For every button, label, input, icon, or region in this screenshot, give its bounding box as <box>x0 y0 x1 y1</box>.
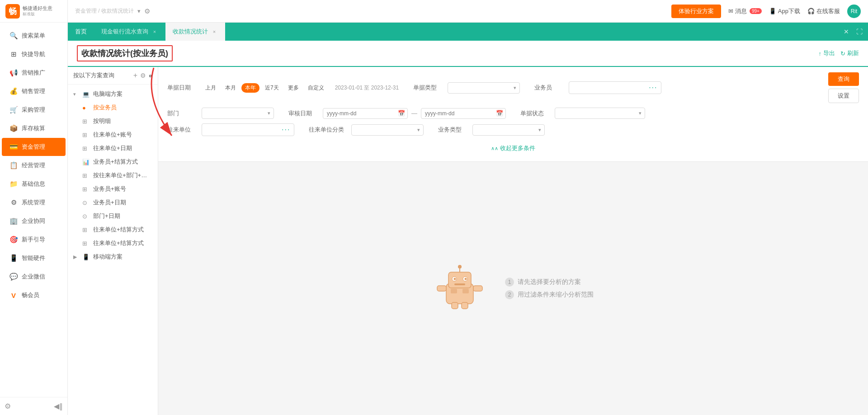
sidebar-item-search[interactable]: 🔍 搜索菜单 <box>2 27 66 45</box>
date-tab-more[interactable]: 更多 <box>284 83 302 93</box>
tree-item-label: 往来单位+日期 <box>93 144 152 152</box>
doc-status-select[interactable] <box>555 108 645 119</box>
basic-icon: 📁 <box>9 179 18 189</box>
tree-item-by-salesman[interactable]: ● 按业务员 <box>77 101 158 114</box>
sidebar-item-purchase[interactable]: 🛒 采购管理 <box>2 101 66 119</box>
sidebar-item-basic[interactable]: 📁 基础信息 <box>2 175 66 193</box>
review-date-end[interactable] <box>421 108 506 119</box>
home-tab-label: 首页 <box>75 28 87 36</box>
tab-receipt[interactable]: 收款情况统计 × <box>165 23 225 41</box>
purchase-icon: 🛒 <box>9 105 18 114</box>
tree-item-partner-dept[interactable]: ⊞ 按往来单位+部门+收... <box>77 169 158 182</box>
tree-item-label: 部门+日期 <box>93 212 152 220</box>
sidebar-item-enterprise[interactable]: 🏢 企业协同 <box>2 212 66 230</box>
sidebar-settings-icon[interactable]: ⚙ <box>5 402 11 410</box>
tab-bank[interactable]: 现金银行流水查询 × <box>94 23 165 41</box>
scheme-header-label: 按以下方案查询 <box>73 71 114 80</box>
collapse-bar[interactable]: ∧∧ 收起更多条件 <box>167 141 859 156</box>
export-btn[interactable]: ↑ 导出 <box>819 49 835 57</box>
topbar-settings-icon[interactable]: ⚙ <box>144 7 150 15</box>
sidebar-item-guide[interactable]: 🎯 新手引导 <box>2 231 66 249</box>
dept-select-wrap <box>202 108 274 119</box>
sidebar-item-marketing[interactable]: 📢 营销推广 <box>2 64 66 82</box>
svg-rect-8 <box>454 283 465 285</box>
tree-item-salesman-date[interactable]: ⊙ 业务员+日期 <box>77 196 158 209</box>
content-area: 收款情况统计(按业务员) ↑ 导出 ↻ 刷新 按以下方案查询 + <box>68 41 868 415</box>
topbar-dropdown-icon[interactable]: ▾ <box>137 8 141 14</box>
step-num-1: 1 <box>505 278 514 287</box>
scheme-add-icon[interactable]: + <box>133 71 137 80</box>
user-avatar[interactable]: Rit <box>847 5 861 18</box>
sidebar-item-hardware[interactable]: 📱 智能硬件 <box>2 249 66 267</box>
messages-action[interactable]: ✉ 消息 99+ <box>728 7 762 15</box>
doc-type-label: 单据类型 <box>413 84 440 92</box>
scheme-panel: 按以下方案查询 + ⚙ « ▾ 💻 电脑端方案 <box>68 67 158 415</box>
tree-item-partner-account[interactable]: ⊞ 往来单位+账号 <box>77 128 158 141</box>
sidebar-item-sales[interactable]: 💰 销售管理 <box>2 82 66 100</box>
settings-button[interactable]: 设置 <box>828 89 859 103</box>
tree-item-salesman-account[interactable]: ⊞ 业务员+账号 <box>77 182 158 196</box>
tree-item-partner-date[interactable]: ⊞ 往来单位+日期 <box>77 141 158 155</box>
sidebar-collapse-icon[interactable]: ◀‖ <box>54 402 63 410</box>
calendar-icon-start: 📅 <box>398 110 405 117</box>
doc-type-select-wrap <box>448 82 520 94</box>
dept-select[interactable] <box>202 108 274 119</box>
app-download-action[interactable]: 📱 App下载 <box>769 7 800 15</box>
scheme-collapse-icon[interactable]: « <box>149 72 152 79</box>
inventory-icon: 📦 <box>9 124 18 133</box>
doc-status-select-wrap <box>555 108 645 119</box>
tab-close-all-icon[interactable]: ✕ <box>842 26 851 37</box>
operation-icon: 📋 <box>9 161 18 170</box>
scheme-settings-icon[interactable]: ⚙ <box>140 72 146 79</box>
sidebar-item-label: 搜索菜单 <box>22 32 45 40</box>
sidebar-item-label: 企业微信 <box>22 273 45 281</box>
review-date-wrap: 📅 — 📅 <box>323 108 506 119</box>
tab-home[interactable]: 首页 <box>68 23 94 41</box>
salesman-dots[interactable]: ··· <box>649 84 657 92</box>
tree-category-mobile[interactable]: ▶ 📱 移动端方案 <box>68 250 158 264</box>
enterprise-icon: 🏢 <box>9 217 18 226</box>
marketing-icon: 📢 <box>9 68 18 77</box>
partner-input[interactable] <box>206 127 282 133</box>
biz-type-select[interactable] <box>472 124 545 136</box>
tab-expand-icon[interactable]: ⛶ <box>854 26 864 37</box>
salesman-input[interactable] <box>573 85 649 91</box>
tree-item-dept-date[interactable]: ⊙ 部门+日期 <box>77 209 158 223</box>
review-date-start[interactable] <box>323 108 408 119</box>
query-button[interactable]: 查询 <box>828 72 859 86</box>
online-service-action[interactable]: 🎧 在线客服 <box>807 7 840 15</box>
sidebar-item-system[interactable]: ⚙ 系统管理 <box>2 193 66 212</box>
step-2-label: 用过滤条件来缩小分析范围 <box>518 291 594 299</box>
svg-point-6 <box>454 278 456 280</box>
date-tab-this-year[interactable]: 本年 <box>241 83 259 93</box>
partner-category-select[interactable] <box>351 124 424 136</box>
bank-tab-close[interactable]: × <box>151 28 158 35</box>
tree-category-desktop[interactable]: ▾ 💻 电脑端方案 <box>68 87 158 101</box>
receipt-tab-close[interactable]: × <box>211 28 218 35</box>
sidebar-item-member[interactable]: V 畅会员 <box>2 286 66 304</box>
sidebar-item-wechat[interactable]: 💬 企业微信 <box>2 268 66 286</box>
tree-item-label: 按业务员 <box>93 104 152 112</box>
date-tab-custom[interactable]: 自定义 <box>304 83 328 93</box>
scheme-actions: + ⚙ « <box>133 71 152 80</box>
sidebar-item-operation[interactable]: 📋 经营管理 <box>2 156 66 174</box>
tree-item-partner-settle2[interactable]: ⊞ 往来单位+结算方式 <box>77 236 158 250</box>
sidebar-item-finance[interactable]: 💳 资金管理 <box>2 138 66 156</box>
date-tab-7days[interactable]: 近7天 <box>261 83 283 93</box>
sidebar-item-shortcut[interactable]: ⊞ 快捷导航 <box>2 45 66 63</box>
trial-btn[interactable]: 体验行业方案 <box>671 5 721 18</box>
step-num-2: 2 <box>505 290 514 299</box>
sidebar-item-inventory[interactable]: 📦 库存核算 <box>2 119 66 137</box>
sidebar-bottom: ⚙ ◀‖ <box>0 397 67 415</box>
messages-icon: ✉ <box>728 8 733 14</box>
date-tab-this-month[interactable]: 本月 <box>222 83 240 93</box>
date-tab-last-month[interactable]: 上月 <box>202 83 220 93</box>
tree-item-partner-settle1[interactable]: ⊞ 往来单位+结算方式 <box>77 223 158 236</box>
doc-type-select[interactable] <box>448 82 520 94</box>
tree-item-salesman-settle[interactable]: 📊 业务员+结算方式 <box>77 155 158 169</box>
partner-dots[interactable]: ··· <box>282 126 290 134</box>
tree-item-label: 往来单位+结算方式 <box>93 226 152 234</box>
tree-item-by-detail[interactable]: ⊞ 按明细 <box>77 114 158 128</box>
calendar-icon-end: 📅 <box>496 110 503 117</box>
refresh-btn[interactable]: ↻ 刷新 <box>840 49 859 57</box>
